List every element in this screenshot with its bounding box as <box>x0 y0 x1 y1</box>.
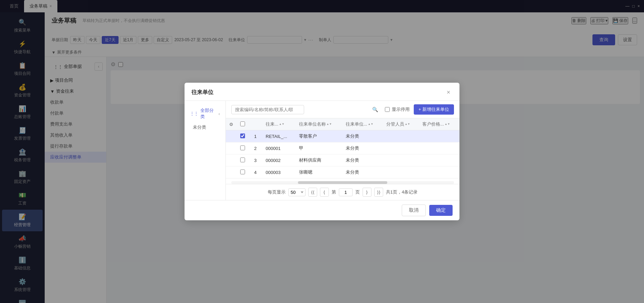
prev-page-button[interactable]: ⟨ <box>320 188 329 197</box>
total-label: 共1页，4条记录 <box>386 189 418 195</box>
unit-dialog: 往来单位 × ⋮⋮ 全部分类 ‹ 未分类 🔍 <box>185 83 459 220</box>
row-check[interactable] <box>237 166 248 178</box>
table-row[interactable]: 3 000002 材料供应商 未分类 <box>226 154 459 166</box>
row-name: 零散客户 <box>296 130 342 142</box>
col-check-header[interactable] <box>237 118 248 130</box>
dialog-footer: 取消 确定 <box>185 200 459 220</box>
dialog-title: 往来单位 <box>191 89 213 96</box>
col-code-header[interactable]: 往来... ▲▼ <box>262 118 296 130</box>
dialog-table-body: 1 RETAIL_... 零散客户 未分类 2 <box>226 130 459 178</box>
row-person <box>383 142 419 154</box>
per-page-label: 每页显示 <box>268 189 286 195</box>
dialog-table-wrap: ⚙ 往来... ▲▼ <box>226 118 459 181</box>
row-name: 材料供应商 <box>296 154 342 166</box>
per-page-select[interactable]: 50 100 200 <box>288 188 306 196</box>
col-person-label: 分管人员 <box>386 121 404 127</box>
row-num: 2 <box>248 142 262 154</box>
collapse-left-icon[interactable]: ‹ <box>219 111 220 116</box>
cancel-button[interactable]: 取消 <box>402 205 426 216</box>
row-category: 未分类 <box>342 142 383 154</box>
row-num: 3 <box>248 154 262 166</box>
search-icon: 🔍 <box>372 107 378 112</box>
col-settings-header[interactable]: ⚙ <box>226 118 237 130</box>
row-num: 1 <box>248 130 262 142</box>
row-price <box>419 130 459 142</box>
row-price <box>419 154 459 166</box>
col-price-label: 客户价格... <box>422 121 444 127</box>
col-code-label: 往来... <box>266 121 278 127</box>
dialog-table-head: ⚙ 往来... ▲▼ <box>226 118 459 130</box>
row-person <box>383 154 419 166</box>
row-category: 未分类 <box>342 130 383 142</box>
last-page-button[interactable]: ⟩⟩ <box>374 188 383 197</box>
dialog-all-category[interactable]: ⋮⋮ 全部分类 ‹ <box>185 105 225 122</box>
table-row[interactable]: 4 000003 张嘶嗯 未分类 <box>226 166 459 178</box>
col-category-label: 往来单位... <box>346 121 367 127</box>
page-label: 页 <box>355 189 360 195</box>
dialog-table: ⚙ 往来... ▲▼ <box>226 118 459 178</box>
dialog-search-row: 🔍 显示停用 + 新增往来单位 <box>226 101 459 118</box>
table-row[interactable]: 1 RETAIL_... 零散客户 未分类 <box>226 130 459 142</box>
row-settings <box>226 166 237 178</box>
next-page-button[interactable]: ⟩ <box>363 188 371 197</box>
dialog-uncategorized[interactable]: 未分类 <box>185 122 225 132</box>
dialog-body: ⋮⋮ 全部分类 ‹ 未分类 🔍 显示停用 <box>185 101 459 200</box>
row-check[interactable] <box>237 130 248 142</box>
sort-icon4: ▲▼ <box>405 123 410 126</box>
show-disabled-label[interactable]: 显示停用 <box>385 106 410 113</box>
row-name: 张嘶嗯 <box>296 166 342 178</box>
dialog-pagination: 每页显示 50 100 200 ⟨⟨ ⟨ 第 页 ⟩ ⟩⟩ 共1页，4条记录 <box>226 184 459 200</box>
show-disabled-checkbox[interactable] <box>385 107 390 112</box>
col-price-header[interactable]: 客户价格... ▲▼ <box>419 118 459 130</box>
add-unit-button[interactable]: + 新增往来单位 <box>414 104 454 115</box>
dialog-right-panel: 🔍 显示停用 + 新增往来单位 ⚙ <box>226 101 459 200</box>
dialog-search-input[interactable] <box>231 105 304 114</box>
row-category: 未分类 <box>342 154 383 166</box>
grid-icon2: ⋮⋮ <box>190 111 198 116</box>
dialog-table-header-row: ⚙ 往来... ▲▼ <box>226 118 459 130</box>
row-person <box>383 166 419 178</box>
row-code: 000003 <box>262 166 296 178</box>
row-name: 甲 <box>296 142 342 154</box>
row-check[interactable] <box>237 142 248 154</box>
col-category-header[interactable]: 往来单位... ▲▼ <box>342 118 383 130</box>
sort-icon3: ▲▼ <box>368 123 373 126</box>
col-name-header[interactable]: 往来单位名称 ▲▼ <box>296 118 342 130</box>
dialog-close-button[interactable]: × <box>444 88 453 96</box>
dialog-overlay: 往来单位 × ⋮⋮ 全部分类 ‹ 未分类 🔍 <box>0 0 644 303</box>
row-code: RETAIL_... <box>262 130 296 142</box>
dialog-left-panel: ⋮⋮ 全部分类 ‹ 未分类 <box>185 101 226 200</box>
row-price <box>419 142 459 154</box>
row-settings <box>226 142 237 154</box>
row-check[interactable] <box>237 154 248 166</box>
sort-icon: ▲▼ <box>279 123 285 126</box>
row-price <box>419 166 459 178</box>
all-category-label: 全部分类 <box>200 107 216 120</box>
page-number-label: 第 <box>332 189 336 195</box>
row-person <box>383 130 419 142</box>
row-category: 未分类 <box>342 166 383 178</box>
col-person-header[interactable]: 分管人员 ▲▼ <box>383 118 419 130</box>
header-checkbox[interactable] <box>240 121 245 126</box>
row-code: 000001 <box>262 142 296 154</box>
row-settings <box>226 130 237 142</box>
first-page-button[interactable]: ⟨⟨ <box>308 188 317 197</box>
row-code: 000002 <box>262 154 296 166</box>
search-wrapper: 🔍 <box>231 105 381 114</box>
page-input[interactable] <box>339 188 353 196</box>
table-row[interactable]: 2 000001 甲 未分类 <box>226 142 459 154</box>
dialog-header: 往来单位 × <box>185 83 459 101</box>
row-settings <box>226 154 237 166</box>
row-num: 4 <box>248 166 262 178</box>
confirm-button[interactable]: 确定 <box>429 205 453 216</box>
show-disabled-text: 显示停用 <box>392 106 410 113</box>
sort-icon5: ▲▼ <box>445 123 450 126</box>
col-num-header <box>248 118 262 130</box>
sort-icon2: ▲▼ <box>326 123 332 126</box>
h-scrollbar-thumb[interactable] <box>298 181 387 184</box>
col-name-label: 往来单位名称 <box>299 121 326 127</box>
h-scrollbar[interactable] <box>231 181 454 184</box>
